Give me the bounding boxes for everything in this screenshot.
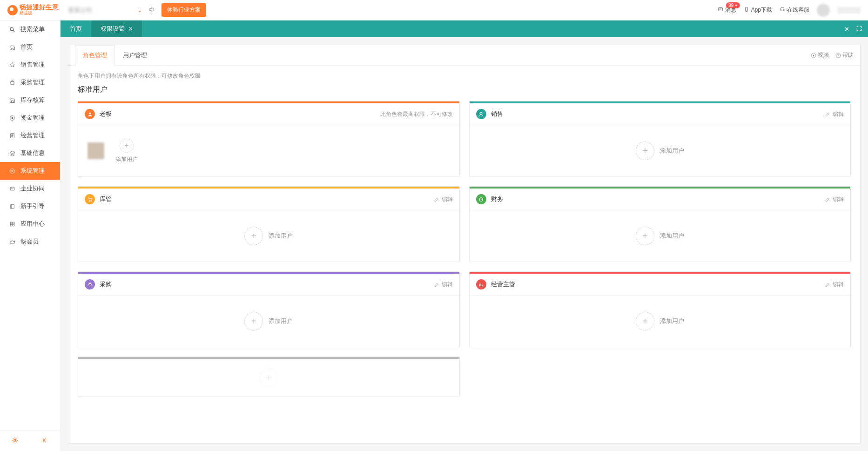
plus-icon: +: [244, 312, 263, 330]
svg-point-19: [89, 201, 90, 202]
edit-button[interactable]: 编辑: [825, 110, 844, 118]
money-icon: [8, 114, 16, 121]
messages-button[interactable]: 消息 99 +: [718, 6, 736, 14]
sidebar-item-guide[interactable]: 新手引导: [0, 197, 60, 215]
app-download-button[interactable]: App下载: [744, 6, 772, 14]
sidebar-item-business[interactable]: 经营管理: [0, 127, 60, 144]
sidebar-item-apps[interactable]: 应用中心: [0, 215, 60, 233]
add-user-button[interactable]: + 添加用户: [636, 312, 684, 330]
svg-rect-0: [718, 8, 722, 11]
add-user-label: 添加用户: [115, 155, 138, 163]
online-service-button[interactable]: 在线客服: [780, 6, 809, 14]
company-selector[interactable]: 某某公司 ⌄: [68, 6, 142, 14]
sidebar-item-home[interactable]: 首页: [0, 38, 60, 56]
svg-point-20: [90, 201, 91, 202]
sidebar-item-label: 库存核算: [20, 96, 45, 104]
sales-role-icon: [476, 109, 486, 119]
subtab-role-mgmt[interactable]: 角色管理: [75, 45, 115, 66]
sidebar-item-label: 搜索菜单: [20, 25, 45, 34]
layers-icon: [8, 149, 16, 157]
user-avatar[interactable]: [817, 4, 830, 17]
sidebar-item-search[interactable]: 搜索菜单: [0, 20, 60, 38]
sidebar-item-inventory[interactable]: 库存核算: [0, 91, 60, 109]
sidebar-item-label: 基础信息: [20, 149, 45, 157]
svg-point-17: [89, 112, 91, 114]
help-link[interactable]: 帮助: [835, 51, 854, 59]
warehouse-icon: [8, 96, 16, 104]
role-card-finance: 财务 编辑 + 添加用户: [469, 186, 851, 262]
add-user-button[interactable]: + 添加用户: [636, 141, 684, 160]
edit-button[interactable]: 编辑: [825, 281, 844, 289]
svg-rect-8: [10, 187, 14, 190]
video-link[interactable]: 视频: [811, 51, 829, 59]
tab-home[interactable]: 首页: [61, 20, 91, 37]
subtab-user-mgmt[interactable]: 用户管理: [115, 45, 155, 66]
user-name-blurred: [837, 7, 861, 13]
chevron-down-icon: ⌄: [137, 7, 142, 13]
role-name: 老板: [100, 110, 112, 118]
role-card-body: + 添加用户: [470, 125, 851, 176]
bag-icon: [8, 79, 16, 86]
role-card-purchase: 采购 编辑 + 添加用户: [78, 271, 460, 347]
online-service-label: 在线客服: [787, 6, 809, 14]
sidebar-item-member[interactable]: 畅会员: [0, 233, 60, 250]
edit-button[interactable]: 编辑: [825, 195, 844, 203]
sidebar-item-sales[interactable]: 销售管理: [0, 56, 60, 74]
sidebar-item-label: 采购管理: [20, 78, 45, 87]
add-user-button[interactable]: + 添加用户: [636, 227, 684, 245]
sidebar-item-basic[interactable]: 基础信息: [0, 144, 60, 162]
add-user-button[interactable]: + 添加用户: [244, 312, 293, 330]
add-user-button[interactable]: + 添加用户: [115, 139, 138, 163]
edit-button[interactable]: 编辑: [434, 195, 453, 203]
svg-rect-22: [479, 284, 480, 286]
app-download-label: App下载: [751, 6, 772, 14]
svg-rect-23: [481, 283, 481, 286]
sidebar-item-collab[interactable]: 企业协同: [0, 180, 60, 197]
content-panel: 角色管理 用户管理 视频 帮助 角色下用户拥有该角色所有权限，可修改角色权限 标…: [68, 45, 861, 444]
search-icon: [8, 26, 16, 33]
footer-collapse-icon[interactable]: [41, 437, 49, 445]
svg-rect-10: [10, 222, 12, 224]
footer-gear-icon[interactable]: [11, 437, 19, 445]
finance-role-icon: [476, 194, 486, 204]
role-name: 库管: [100, 195, 112, 203]
plus-icon: +: [120, 139, 134, 153]
svg-point-14: [14, 439, 16, 441]
role-card-body: +: [78, 359, 459, 396]
message-icon: [718, 7, 723, 13]
edit-button[interactable]: 编辑: [434, 281, 453, 289]
experience-industry-button[interactable]: 体验行业方案: [161, 3, 206, 17]
messages-badge: 99 +: [726, 2, 740, 8]
tabs-fullscreen-icon[interactable]: [856, 25, 862, 33]
svg-rect-21: [480, 197, 483, 201]
svg-rect-24: [482, 284, 482, 286]
role-card-header: 财务 编辑: [470, 188, 851, 210]
settings-icon: [8, 167, 16, 175]
tab-permission[interactable]: 权限设置 ✕: [91, 20, 142, 37]
add-user-label: 添加用户: [660, 232, 684, 240]
plus-icon: +: [636, 141, 654, 160]
close-icon[interactable]: ✕: [128, 26, 133, 32]
logo[interactable]: 畅捷通好生意 精品版: [7, 4, 59, 16]
sidebar-item-system[interactable]: 系统管理: [0, 162, 60, 180]
add-user-button[interactable]: + 添加用户: [244, 227, 293, 245]
user-item[interactable]: [87, 142, 104, 159]
role-name: 财务: [491, 195, 503, 203]
logo-subtitle: 精品版: [20, 10, 59, 16]
role-note: 此角色有最高权限，不可修改: [380, 110, 453, 118]
sidebar-footer: [0, 431, 60, 451]
role-card-body: + 添加用户: [470, 296, 851, 347]
role-card-header: 销售 编辑: [470, 103, 851, 125]
sidebar: 搜索菜单 首页 销售管理 采购管理 库存核算 资金管理 经营管理 基础信息: [0, 20, 61, 451]
role-cards-grid: 老板 此角色有最高权限，不可修改 + 添加用户: [68, 101, 860, 397]
sidebar-item-funds[interactable]: 资金管理: [0, 109, 60, 127]
role-card-body: + 添加用户: [470, 210, 851, 262]
add-user-label: 添加用户: [660, 317, 684, 325]
collab-icon: [8, 185, 16, 192]
role-card-body: + 添加用户: [78, 296, 459, 347]
tabs-right-controls: ✕: [844, 25, 868, 33]
tabs-close-all-icon[interactable]: ✕: [844, 26, 849, 33]
sidebar-item-purchase[interactable]: 采购管理: [0, 74, 60, 91]
gear-icon[interactable]: [148, 7, 154, 14]
role-card-boss: 老板 此角色有最高权限，不可修改 + 添加用户: [78, 101, 460, 177]
